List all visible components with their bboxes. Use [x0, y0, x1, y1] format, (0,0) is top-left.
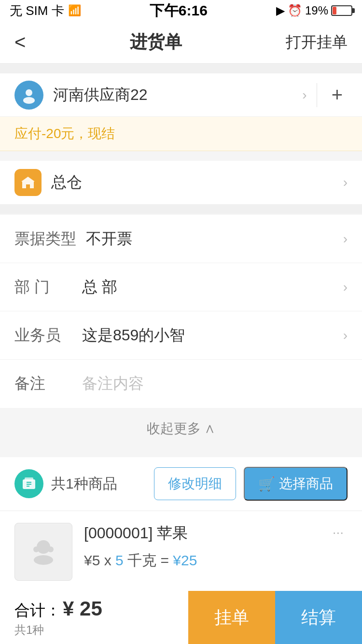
department-row[interactable]: 部 门 总 部 › [0, 263, 362, 311]
status-left: 无 SIM 卡 📶 [10, 2, 81, 19]
cart-icon: 🛒 [258, 476, 275, 492]
svg-rect-8 [27, 484, 31, 485]
total-area: 合计： ¥ 25 共1种 [0, 591, 188, 644]
product-thumbnail [14, 523, 72, 581]
total-amount: ¥ 25 [63, 597, 102, 620]
status-bar: 无 SIM 卡 📶 下午6:16 ▶ ⏰ 19% [0, 0, 362, 21]
svg-rect-7 [27, 482, 31, 483]
select-product-button[interactable]: 🛒 选择商品 [244, 467, 348, 501]
svg-point-1 [23, 97, 35, 104]
add-supplier-button[interactable]: + [327, 84, 348, 106]
warehouse-icon [14, 169, 42, 196]
ticket-type-row[interactable]: 票据类型 不开票 › [0, 215, 362, 263]
location-icon: ▶ [276, 4, 285, 17]
warehouse-row[interactable]: 总仓 › [0, 161, 362, 204]
total-price: ¥25 [173, 552, 197, 568]
battery-icon [331, 5, 352, 16]
remark-row[interactable]: 备注 备注内容 [0, 360, 362, 408]
department-label: 部 门 [14, 277, 72, 298]
svg-point-0 [26, 89, 32, 96]
status-time: 下午6:16 [150, 1, 208, 21]
quantity-value: 5 [115, 552, 124, 568]
unit-price: ¥5 [84, 552, 100, 568]
page-title: 进货单 [130, 30, 182, 54]
product-code: [0000001] [84, 524, 153, 542]
wifi-icon: 📶 [68, 4, 81, 17]
product-card: [0000001] 苹果 ¥5 x 5 千克 = ¥25 ··· [0, 511, 362, 592]
back-button[interactable]: < [14, 31, 26, 53]
product-header: 共1种商品 修改明细 🛒 选择商品 [0, 457, 362, 510]
notice-bar: 应付-20元，现结 [0, 117, 362, 151]
svg-rect-6 [25, 477, 33, 481]
unit-label: 千克 [127, 552, 156, 568]
open-hold-button[interactable]: 打开挂单 [286, 32, 348, 53]
form-top-divider [0, 204, 362, 214]
nav-bar: < 进货单 打开挂单 [0, 21, 362, 64]
supplier-row[interactable]: 河南供应商22 › + [0, 73, 362, 117]
warehouse-name: 总仓 [51, 172, 343, 193]
collapse-button[interactable]: 收起更多 ∧ [0, 408, 362, 449]
carrier-text: 无 SIM 卡 [10, 2, 64, 19]
status-right: ▶ ⏰ 19% [276, 4, 352, 17]
salesperson-chevron-icon: › [343, 328, 348, 343]
salesperson-label: 业务员 [14, 325, 72, 346]
svg-point-13 [34, 555, 53, 565]
svg-point-10 [37, 540, 50, 554]
edit-detail-button[interactable]: 修改明细 [154, 467, 236, 500]
bottom-bar: 合计： ¥ 25 共1种 挂单 结算 [0, 591, 362, 644]
salesperson-row[interactable]: 业务员 这是859的小智 › [0, 311, 362, 360]
ticket-type-value: 不开票 [76, 228, 343, 250]
product-title-name: 苹果 [157, 524, 188, 542]
total-label: 合计： [14, 600, 61, 621]
product-count-label: 共1种商品 [51, 474, 146, 494]
hold-label: 挂单 [214, 606, 249, 630]
total-count: 共1种 [14, 622, 174, 638]
product-info: [0000001] 苹果 ¥5 x 5 千克 = ¥25 [84, 523, 329, 571]
svg-rect-9 [27, 486, 29, 487]
product-name: [0000001] 苹果 [84, 523, 329, 544]
vertical-divider [317, 83, 317, 107]
supplier-avatar [14, 81, 43, 110]
ticket-type-label: 票据类型 [14, 228, 76, 250]
svg-rect-4 [26, 184, 30, 188]
select-product-label: 选择商品 [279, 475, 333, 493]
battery-text: 19% [305, 4, 328, 17]
product-more-button[interactable]: ··· [329, 523, 348, 542]
warehouse-chevron-icon: › [343, 175, 348, 190]
department-value: 总 部 [72, 277, 343, 298]
alarm-icon: ⏰ [288, 4, 302, 17]
remark-input[interactable]: 备注内容 [72, 373, 348, 394]
supplier-name: 河南供应商22 [53, 84, 302, 106]
salesperson-value: 这是859的小智 [72, 325, 343, 346]
product-price-row: ¥5 x 5 千克 = ¥25 [84, 551, 329, 571]
department-chevron-icon: › [343, 280, 348, 295]
supplier-chevron-icon: › [302, 87, 306, 103]
checkout-label: 结算 [301, 606, 336, 630]
svg-point-12 [48, 546, 54, 552]
svg-point-11 [33, 546, 39, 552]
top-divider [0, 64, 362, 73]
form-section: 票据类型 不开票 › 部 门 总 部 › 业务员 这是859的小智 › 备注 备… [0, 215, 362, 408]
svg-marker-3 [21, 177, 35, 182]
equals-sign: = [160, 552, 173, 568]
product-icon [14, 469, 43, 498]
ticket-type-chevron-icon: › [343, 231, 348, 247]
hold-button[interactable]: 挂单 [188, 591, 275, 644]
multiply-icon: x [104, 552, 115, 568]
remark-label: 备注 [14, 373, 72, 394]
checkout-button[interactable]: 结算 [275, 591, 362, 644]
